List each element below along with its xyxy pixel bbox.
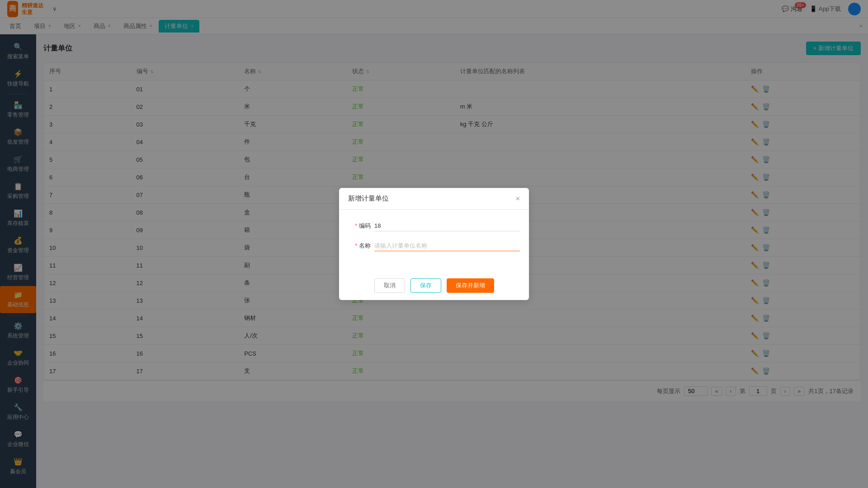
modal-title: 新增计量单位 [348,194,389,203]
modal-footer: 取消 保存 保存并新增 [339,271,529,300]
modal-close-button[interactable]: × [516,195,520,203]
save-and-new-button[interactable]: 保存并新增 [447,278,494,293]
code-input[interactable] [374,221,520,231]
name-input[interactable] [374,240,520,251]
name-label: 名称 [348,242,371,250]
save-button[interactable]: 保存 [410,278,441,293]
modal-header: 新增计量单位 × [339,188,529,210]
modal-body: 编码 名称 [339,210,529,271]
form-row-name: 名称 [348,240,520,251]
cancel-button[interactable]: 取消 [374,278,405,293]
add-unit-modal: 新增计量单位 × 编码 名称 取消 保存 保存并新增 [339,188,529,300]
code-label: 编码 [348,222,371,230]
form-row-code: 编码 [348,221,520,231]
modal-overlay: 新增计量单位 × 编码 名称 取消 保存 保存并新增 [0,0,868,488]
